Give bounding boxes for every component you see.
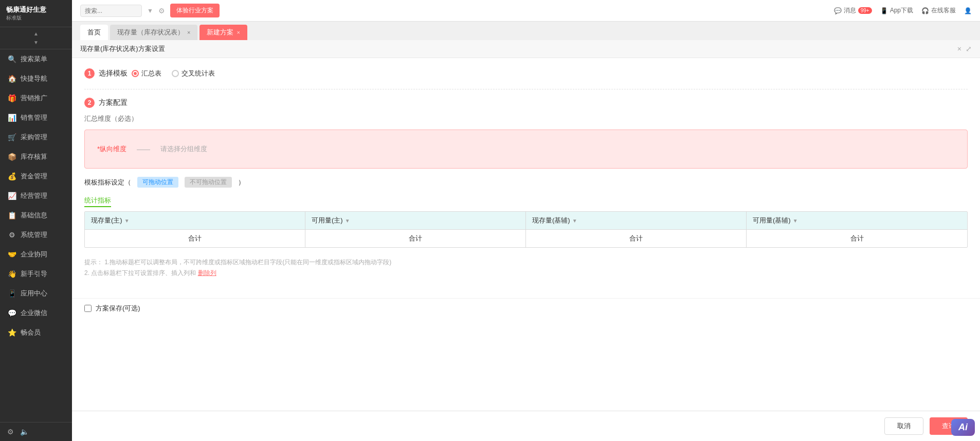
sidebar-item-label: 营销推广 [21, 94, 47, 103]
stats-col-3-dropdown[interactable]: ▼ [793, 218, 798, 224]
topbar-gear-icon[interactable]: ⚙ [158, 7, 165, 15]
online-service-label: 在线客服 [931, 6, 956, 15]
stats-col-0-label: 现存量(主) [91, 216, 122, 225]
step2-section: 2 方案配置 汇总维度（必选） *纵向维度 —— 请选择分组维度 模板指标设定（… [84, 98, 968, 278]
step2-badge: 2 [84, 98, 95, 108]
money-icon: 💰 [7, 172, 16, 181]
sidebar-item-appcenter[interactable]: 📱 应用中心 [0, 284, 72, 303]
close-panel-icon[interactable]: × [957, 45, 961, 53]
form-content: 1 选择模板 汇总表 交叉统计表 [72, 58, 980, 298]
tab-home-label: 首页 [87, 28, 101, 37]
tab-new-plan-close-icon[interactable]: × [237, 29, 240, 35]
sidebar-item-management[interactable]: 📈 经营管理 [0, 186, 72, 206]
topbar-left: ▼ ⚙ 体验行业方案 [80, 4, 220, 17]
tab-inventory-label: 现存量（库存状况表） [117, 28, 184, 37]
settings-icon[interactable]: ⚙ [7, 428, 14, 436]
stats-col-2-dropdown[interactable]: ▼ [572, 218, 577, 224]
dimension-box[interactable]: *纵向维度 —— 请选择分组维度 [84, 130, 968, 169]
sidebar-item-basic-info[interactable]: 📋 基础信息 [0, 206, 72, 225]
volume-icon[interactable]: 🔈 [20, 428, 29, 436]
user-avatar[interactable]: 👤 [964, 7, 972, 14]
tab-new-plan[interactable]: 新建方案 × [199, 25, 247, 40]
online-service-item[interactable]: 🎧 在线客服 [921, 6, 956, 15]
dimension-placeholder: 请选择分组维度 [160, 144, 207, 154]
messages-label: 消息 [844, 6, 856, 15]
stats-col-3[interactable]: 可用量(基辅) ▼ [747, 212, 967, 229]
scroll-up-icon[interactable]: ▲ [32, 29, 40, 38]
stats-table-row-0: 合计 合计 合计 合计 [85, 229, 967, 247]
radio-summary[interactable]: 汇总表 [132, 69, 161, 78]
template-radio-group: 汇总表 交叉统计表 [132, 69, 215, 78]
tip1-text: 1.拖动标题栏可以调整布局，不可跨维度或指标区域拖动栏目字段(只能在同一维度或指… [104, 259, 391, 266]
form-content-area: 1 选择模板 汇总表 交叉统计表 [72, 58, 980, 411]
tab-inventory[interactable]: 现存量（库存状况表） × [110, 25, 197, 40]
sidebar-item-label: 应用中心 [21, 289, 47, 298]
step2-title: 方案配置 [99, 98, 128, 107]
sidebar-item-search[interactable]: 🔍 搜索菜单 [0, 49, 72, 69]
box-icon: 📦 [7, 152, 16, 161]
sidebar-item-purchase[interactable]: 🛒 采购管理 [0, 127, 72, 147]
indicator-label3: ） [238, 178, 245, 187]
sidebar-item-marketing[interactable]: 🎁 营销推广 [0, 88, 72, 108]
stats-col-0-dropdown[interactable]: ▼ [124, 218, 130, 224]
stats-col-2-label: 现存量(基辅) [532, 216, 570, 225]
app-download-item[interactable]: 📱 App下载 [880, 6, 913, 15]
guide-icon: 👋 [7, 269, 16, 279]
stats-cell-0-1: 合计 [305, 230, 526, 247]
expand-panel-icon[interactable]: ⤢ [966, 45, 972, 53]
tab-new-plan-label: 新建方案 [207, 28, 233, 37]
tip2-link[interactable]: 删除列 [198, 269, 216, 277]
save-checkbox[interactable] [84, 305, 92, 312]
sidebar-item-member[interactable]: ⭐ 畅会员 [0, 323, 72, 342]
topbar-dropdown-icon[interactable]: ▼ [147, 7, 153, 14]
save-label: 方案保存(可选) [96, 304, 140, 313]
sidebar-item-quicknav[interactable]: 🏠 快捷导航 [0, 69, 72, 88]
step1-section: 1 选择模板 汇总表 交叉统计表 [84, 68, 968, 79]
step1-header: 1 选择模板 汇总表 交叉统计表 [84, 68, 968, 79]
radio-crosstab[interactable]: 交叉统计表 [172, 69, 215, 78]
sidebar-item-label: 畅会员 [21, 328, 41, 337]
tip-1: 提示： 1.拖动标题栏可以调整布局，不可跨维度或指标区域拖动栏目字段(只能在同一… [84, 258, 968, 267]
search-icon: 🔍 [7, 54, 16, 64]
sidebar-item-label: 销售管理 [21, 113, 47, 122]
stats-col-1-dropdown[interactable]: ▼ [345, 218, 350, 224]
radio-crosstab-label: 交叉统计表 [182, 69, 215, 78]
wechat-icon: 💬 [7, 308, 16, 318]
tab-inventory-close-icon[interactable]: × [187, 29, 190, 35]
home-icon: 🏠 [7, 74, 16, 83]
sidebar-item-guide[interactable]: 👋 新手引导 [0, 264, 72, 284]
tab-home[interactable]: 首页 [80, 25, 108, 40]
gift-icon: 🎁 [7, 94, 16, 103]
stats-col-0[interactable]: 现存量(主) ▼ [85, 212, 305, 229]
stats-col-1[interactable]: 可用量(主) ▼ [305, 212, 526, 229]
sidebar-item-sales[interactable]: 📊 销售管理 [0, 108, 72, 127]
sidebar-item-cooperation[interactable]: 🤝 企业协同 [0, 245, 72, 264]
cancel-button[interactable]: 取消 [884, 417, 923, 435]
scroll-down-icon[interactable]: ▼ [32, 38, 40, 47]
sidebar-item-wxwork[interactable]: 💬 企业微信 [0, 303, 72, 323]
topbar: ▼ ⚙ 体验行业方案 💬 消息 99+ 📱 App下载 🎧 在线客服 👤 [72, 0, 980, 22]
stats-col-2[interactable]: 现存量(基辅) ▼ [526, 212, 747, 229]
industry-btn[interactable]: 体验行业方案 [170, 4, 220, 17]
app-download-label: App下载 [890, 6, 913, 15]
messages-badge: 99+ [858, 7, 872, 14]
dimension-dash: —— [137, 145, 150, 153]
stats-cell-0-2: 合计 [526, 230, 747, 247]
step-divider [84, 89, 968, 89]
sidebar-item-finance[interactable]: 💰 资金管理 [0, 167, 72, 186]
ai-badge[interactable]: Ai [951, 419, 975, 436]
message-icon: 💬 [834, 7, 842, 14]
main-area: ▼ ⚙ 体验行业方案 💬 消息 99+ 📱 App下载 🎧 在线客服 👤 [72, 0, 980, 441]
stats-col-3-label: 可用量(基辅) [753, 216, 791, 225]
messages-item[interactable]: 💬 消息 99+ [834, 6, 872, 15]
topbar-right: 💬 消息 99+ 📱 App下载 🎧 在线客服 👤 [834, 6, 972, 15]
radio-dot-summary [132, 70, 139, 77]
panel-header: 现存量(库存状况表)方案设置 × ⤢ [72, 40, 980, 58]
panel-title: 现存量(库存状况表)方案设置 [80, 44, 165, 53]
sidebar-item-inventory[interactable]: 📦 库存核算 [0, 147, 72, 167]
action-bar: 取消 查询 [72, 411, 980, 441]
tips-section: 提示： 1.拖动标题栏可以调整布局，不可跨维度或指标区域拖动栏目字段(只能在同一… [84, 258, 968, 278]
sidebar-nav: 🔍 搜索菜单 🏠 快捷导航 🎁 营销推广 📊 销售管理 🛒 采购管理 📦 库存核… [0, 49, 72, 422]
sidebar-item-system[interactable]: ⚙ 系统管理 [0, 225, 72, 245]
topbar-search-input[interactable] [80, 5, 142, 17]
